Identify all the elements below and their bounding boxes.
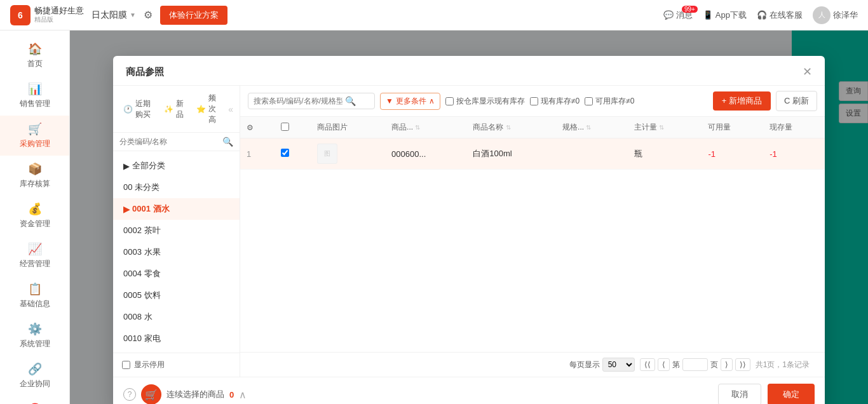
- sidebar-item-home[interactable]: 🏠 首页: [0, 36, 69, 76]
- add-product-button[interactable]: + 新增商品: [713, 91, 771, 111]
- by-warehouse-checkbox[interactable]: [445, 97, 454, 105]
- username-label: 徐泽华: [833, 10, 858, 21]
- col-checkbox[interactable]: [275, 117, 311, 138]
- app-sub: 精品版: [34, 15, 84, 24]
- category-item-00[interactable]: 00 未分类: [113, 177, 240, 198]
- filter-icon: ▼: [386, 97, 393, 105]
- product-search-icon[interactable]: 🔍: [345, 96, 356, 106]
- help-icon[interactable]: ?: [123, 388, 136, 401]
- cell-name: 白酒100ml: [466, 138, 556, 170]
- cell-checkbox[interactable]: [275, 138, 311, 170]
- store-selector[interactable]: 日太阳膜 ▼: [92, 10, 136, 21]
- product-reference-modal: 商品参照 ✕ 🕐 近期购买 ✨ 新: [113, 56, 825, 404]
- category-search-icon[interactable]: 🔍: [222, 137, 233, 147]
- stock-nonzero-label: 现有库存≠0: [541, 96, 580, 107]
- category-item-0003[interactable]: 0003 水果: [113, 241, 240, 263]
- sidebar-item-basic-info[interactable]: 📋 基础信息: [0, 276, 69, 316]
- col-gear[interactable]: ⚙: [240, 117, 275, 138]
- select-all-checkbox[interactable]: [281, 123, 289, 131]
- category-item-0008[interactable]: 0008 水: [113, 306, 240, 328]
- col-name[interactable]: 商品名称 ⇅: [466, 117, 556, 138]
- category-item-0004[interactable]: 0004 零食: [113, 263, 240, 285]
- product-search-input[interactable]: [254, 97, 342, 105]
- cell-row-num: 1: [240, 138, 275, 170]
- cart-button[interactable]: 🛒: [141, 384, 161, 404]
- col-image: 商品图片: [311, 117, 386, 138]
- page-navigation: ⟨⟨ ⟨ 第 1 页 ⟩ ⟩⟩: [640, 358, 750, 371]
- cat-label-0010: 0010 家电: [123, 333, 161, 344]
- tab-high-freq[interactable]: ⭐ 频次高: [193, 91, 223, 127]
- tab-new-products[interactable]: ✨ 新品: [160, 97, 187, 122]
- show-disabled-checkbox[interactable]: [122, 361, 130, 369]
- category-item-0005[interactable]: 0005 饮料: [113, 285, 240, 306]
- checkbox-available-nonzero[interactable]: 可用库存≠0: [585, 96, 634, 107]
- per-page-dropdown[interactable]: 50 10 20 100: [602, 358, 635, 372]
- sidebar-item-finance[interactable]: 💰 资金管理: [0, 196, 69, 236]
- category-item-0001[interactable]: ▶ 0001 酒水: [113, 198, 240, 220]
- sidebar-item-purchase[interactable]: 🛒 采购管理: [0, 116, 69, 156]
- category-search-input[interactable]: [119, 137, 222, 146]
- store-dropdown-arrow: ▼: [130, 11, 136, 18]
- cat-label-all: 全部分类: [132, 160, 165, 172]
- app-download-button[interactable]: 📱 App下载: [703, 10, 747, 21]
- app-name: 畅捷通好生意: [34, 6, 84, 16]
- sidebar-item-operations[interactable]: 📈 经营管理: [0, 236, 69, 276]
- exp-industry-button[interactable]: 体验行业方案: [160, 6, 227, 25]
- cat-label-0008: 0008 水: [123, 311, 153, 323]
- category-item-0002[interactable]: 0002 茶叶: [113, 220, 240, 241]
- cat-label-0001: 0001 酒水: [132, 203, 170, 215]
- cat-expand-icon: ▶: [123, 161, 130, 171]
- cell-image: 图: [311, 138, 386, 170]
- cart-label: 连续选择的商品: [166, 389, 224, 400]
- cancel-button[interactable]: 取消: [718, 384, 761, 404]
- avatar-icon: 人: [813, 6, 831, 24]
- user-avatar[interactable]: 人 徐泽华: [813, 6, 858, 24]
- total-info: 共1页，1条记录: [756, 360, 810, 370]
- modal-body: 🕐 近期购买 ✨ 新品 ⭐ 频次高 «: [113, 86, 825, 377]
- message-button[interactable]: 💬 消息 99+: [663, 10, 693, 21]
- first-page-button[interactable]: ⟨⟨: [640, 358, 655, 371]
- sidebar-item-sales[interactable]: 📊 销售管理: [0, 76, 69, 116]
- row-select-checkbox[interactable]: [281, 149, 289, 157]
- show-disabled-area: 显示停用: [113, 353, 240, 377]
- prev-page-button[interactable]: ⟨: [658, 358, 670, 371]
- modal-close-button[interactable]: ✕: [803, 65, 812, 79]
- sidebar-item-collab[interactable]: 🔗 企业协同: [0, 356, 69, 396]
- checkbox-by-warehouse[interactable]: 按仓库显示现有库存: [445, 96, 525, 107]
- category-item-all[interactable]: ▶ 全部分类: [113, 155, 240, 177]
- last-page-button[interactable]: ⟩⟩: [735, 358, 750, 371]
- sidebar-item-inventory[interactable]: 📦 库存核算: [0, 156, 69, 196]
- tab-recent-purchase[interactable]: 🕐 近期购买: [119, 97, 155, 122]
- settings-icon[interactable]: ⚙: [144, 9, 153, 21]
- table-row[interactable]: 1 图 000600... 白酒100ml 瓶: [240, 138, 825, 170]
- store-name: 日太阳膜: [92, 10, 127, 21]
- col-code[interactable]: 商品... ⇅: [385, 117, 466, 138]
- left-panel-collapse-button[interactable]: «: [228, 104, 233, 114]
- modal-overlay: 商品参照 ✕ 🕐 近期购买 ✨ 新: [70, 30, 868, 404]
- tab-recent-label: 近期购买: [135, 98, 151, 120]
- next-page-button[interactable]: ⟩: [721, 358, 733, 371]
- customer-service-button[interactable]: 🎧 在线客服: [757, 10, 803, 21]
- sidebar-label-inventory: 库存核算: [20, 178, 50, 189]
- cell-stock: -1: [763, 138, 825, 170]
- col-spec[interactable]: 规格... ⇅: [556, 117, 628, 138]
- modal-header: 商品参照 ✕: [113, 56, 825, 86]
- refresh-button[interactable]: C 刷新: [776, 91, 817, 111]
- available-nonzero-checkbox[interactable]: [585, 97, 593, 105]
- sidebar-label-home: 首页: [27, 58, 43, 69]
- checkbox-stock-nonzero[interactable]: 现有库存≠0: [530, 96, 580, 107]
- sidebar-item-system[interactable]: ⚙️ 系统管理: [0, 316, 69, 356]
- sidebar-label-system: 系统管理: [20, 339, 50, 349]
- cart-collapse-button[interactable]: ∧: [239, 389, 247, 401]
- category-item-0010[interactable]: 0010 家电: [113, 328, 240, 349]
- sidebar-item-guide[interactable]: 🎯 新手引导: [0, 396, 69, 404]
- spec-sort-icon: ⇅: [586, 124, 591, 131]
- more-filter-button[interactable]: ▼ 更多条件 ∧: [380, 93, 440, 110]
- footer-buttons: 取消 确定: [718, 384, 815, 404]
- confirm-button[interactable]: 确定: [768, 384, 815, 404]
- stock-nonzero-checkbox[interactable]: [530, 97, 538, 105]
- sales-icon: 📊: [28, 82, 42, 96]
- col-unit[interactable]: 主计量 ⇅: [628, 117, 702, 138]
- more-filter-label: 更多条件: [396, 96, 426, 107]
- page-number-input[interactable]: 1: [682, 358, 708, 371]
